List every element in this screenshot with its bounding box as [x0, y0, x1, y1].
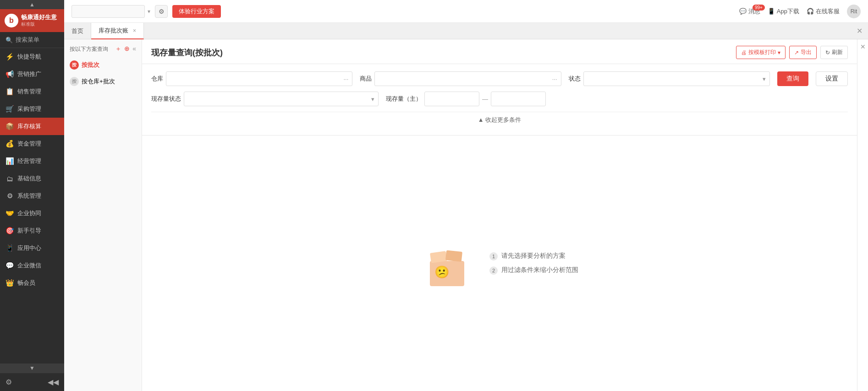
quick-nav-icon: ⚡ [5, 53, 14, 61]
sidebar: ▲ b 畅康通好生意 标准版 🔍 搜索菜单 ⚡ 快捷导航 📢 营销推广 📋 销售… [0, 0, 64, 391]
sidebar-scroll-up[interactable]: ▲ [0, 0, 64, 9]
page-title: 现存量查询(按批次) [151, 47, 223, 58]
scheme-item-batch[interactable]: 按 按批次 [64, 57, 142, 73]
system-icon: ⚙ [5, 192, 14, 200]
warehouse-label: 仓库 [151, 75, 163, 83]
tab-home-label: 首页 [71, 27, 83, 35]
sidebar-item-operations[interactable]: 📊 经营管理 [0, 152, 64, 170]
page-header: 现存量查询(按批次) 🖨 按模板打印 ▾ ↗ 导出 ↻ [142, 39, 857, 64]
collapse-more-btn[interactable]: ▲ 收起更多条件 [151, 112, 848, 128]
filter-warehouse: 仓库 ··· [151, 71, 352, 86]
main-close-btn[interactable]: ✕ [851, 27, 868, 35]
topbar-gear-btn[interactable]: ⚙ [155, 5, 168, 18]
settings-btn[interactable]: 设置 [816, 71, 848, 86]
sidebar-scroll-down[interactable]: ▼ [0, 364, 64, 373]
sidebar-item-label: 销售管理 [17, 87, 41, 96]
sidebar-item-marketing[interactable]: 📢 营销推广 [0, 65, 64, 83]
search-icon: 🔍 [5, 37, 13, 43]
stock-qty-min-input[interactable] [424, 92, 479, 106]
sidebar-item-label: 应用中心 [17, 244, 41, 252]
scheme-item-warehouse-batch[interactable]: 按 按仓库+批次 [64, 73, 142, 90]
sidebar-item-system[interactable]: ⚙ 系统管理 [0, 187, 64, 205]
scheme-label-batch: 按批次 [82, 61, 99, 69]
warehouse-more-btn[interactable]: ··· [343, 76, 348, 82]
tab-home[interactable]: 首页 [64, 23, 91, 39]
export-icon: ↗ [794, 49, 799, 56]
query-btn[interactable]: 查询 [777, 71, 808, 86]
sales-icon: 📋 [5, 87, 14, 96]
message-btn[interactable]: 💬 消息 99+ [739, 7, 760, 16]
sidebar-item-enterprise-wechat[interactable]: 💬 企业微信 [0, 257, 64, 274]
stock-status-select[interactable]: ▾ [184, 92, 379, 106]
filter-stock-qty: 现存量（主） — [386, 92, 613, 106]
tab-inventory-batch[interactable]: 库存批次账 × [91, 23, 144, 39]
topbar-right: 💬 消息 99+ 📱 App下载 🎧 在线客服 Rit [739, 5, 861, 18]
refresh-btn[interactable]: ↻ 刷新 [820, 46, 848, 59]
svg-rect-2 [445, 250, 462, 262]
print-btn[interactable]: 🖨 按模板打印 ▾ [736, 46, 786, 59]
sidebar-search[interactable]: 🔍 搜索菜单 [0, 32, 64, 48]
right-content: 现存量查询(按批次) 🖨 按模板打印 ▾ ↗ 导出 ↻ [142, 39, 857, 391]
sidebar-item-quick-nav[interactable]: ⚡ 快捷导航 [0, 48, 64, 65]
sidebar-item-inventory[interactable]: 📦 库存核算 [0, 118, 64, 135]
online-service-btn[interactable]: 🎧 在线客服 [807, 7, 840, 16]
page-header-top: 现存量查询(按批次) 🖨 按模板打印 ▾ ↗ 导出 ↻ [151, 46, 848, 59]
basic-icon: 🗂 [5, 175, 14, 183]
product-more-btn[interactable]: ··· [552, 76, 557, 82]
sidebar-item-purchase[interactable]: 🛒 采购管理 [0, 100, 64, 118]
sidebar-item-sales[interactable]: 📋 销售管理 [0, 83, 64, 100]
sidebar-item-newbie[interactable]: 🎯 新手引导 [0, 222, 64, 239]
tabbar: 首页 库存批次账 × ✕ [64, 23, 868, 39]
scheme-icon-warehouse-batch: 按 [70, 77, 79, 86]
left-panel: 按以下方案查询 ＋ ⊕ « 按 按批次 按 按仓库+批次 [64, 39, 142, 391]
headset-icon: 🎧 [807, 8, 814, 15]
topbar-search-input[interactable] [71, 5, 145, 18]
svg-text:😕: 😕 [434, 265, 450, 279]
warehouse-select[interactable]: ··· [166, 71, 352, 86]
empty-svg: 😕 [421, 236, 476, 291]
print-icon: 🖨 [741, 49, 747, 56]
sidebar-item-basic[interactable]: 🗂 基础信息 [0, 170, 64, 187]
sidebar-item-label: 快捷导航 [17, 53, 41, 61]
print-dropdown-icon[interactable]: ▾ [778, 49, 780, 56]
export-btn[interactable]: ↗ 导出 [789, 46, 817, 59]
right-sidebar-panel: ✕ [857, 39, 868, 391]
product-select[interactable]: ··· [374, 71, 561, 86]
topbar-chevron-icon[interactable]: ▾ [148, 8, 150, 15]
sidebar-item-member[interactable]: 👑 畅会员 [0, 274, 64, 292]
sidebar-item-app-center[interactable]: 📱 应用中心 [0, 239, 64, 257]
app-download-btn[interactable]: 📱 App下载 [768, 7, 799, 16]
empty-hints: 1 请先选择要分析的方案 2 用过滤条件来缩小分析范围 [489, 252, 578, 275]
empty-state: 😕 1 请先选择要分析的方案 2 用过滤条件来缩小分析范围 [142, 136, 857, 391]
collapse-sidebar-icon[interactable]: ◀◀ [48, 378, 59, 386]
inventory-icon: 📦 [5, 122, 14, 130]
experience-btn[interactable]: 体验行业方案 [172, 5, 221, 18]
empty-illustration: 😕 [421, 236, 476, 291]
finance-icon: 💰 [5, 140, 14, 148]
sidebar-item-label: 畅会员 [17, 279, 35, 287]
sidebar-item-label: 系统管理 [17, 192, 41, 200]
product-label: 商品 [360, 75, 372, 83]
stock-qty-max-input[interactable] [491, 92, 546, 106]
right-panel-close-btn[interactable]: ✕ [860, 43, 866, 50]
scheme-label-warehouse-batch: 按仓库+批次 [82, 77, 115, 86]
collapse-panel-btn[interactable]: « [132, 45, 136, 53]
app-version: 标准版 [21, 21, 57, 27]
hint-number-2: 2 [489, 266, 498, 275]
member-icon: 👑 [5, 279, 14, 287]
enterprise-icon: 🤝 [5, 209, 14, 217]
app-name: 畅康通好生意 [21, 14, 57, 21]
sidebar-item-label: 资金管理 [17, 140, 41, 148]
topbar-input-area: ▾ [71, 5, 150, 18]
sidebar-item-finance[interactable]: 💰 资金管理 [0, 135, 64, 152]
settings-icon[interactable]: ⚙ [5, 378, 12, 386]
add-scheme-btn[interactable]: ＋ [115, 45, 121, 53]
hint-number-1: 1 [489, 252, 498, 261]
topbar: ▾ ⚙ 体验行业方案 💬 消息 99+ 📱 App下载 🎧 在线客服 Rit [64, 0, 868, 23]
user-avatar-btn[interactable]: Rit [847, 5, 861, 18]
filter-row-2: 现存量状态 ▾ 现存量（主） — [151, 92, 848, 106]
scheme-settings-btn[interactable]: ⊕ [124, 45, 130, 53]
status-select[interactable]: ▾ [583, 71, 770, 86]
sidebar-item-enterprise[interactable]: 🤝 企业协同 [0, 205, 64, 222]
tab-close-btn[interactable]: × [133, 27, 136, 34]
